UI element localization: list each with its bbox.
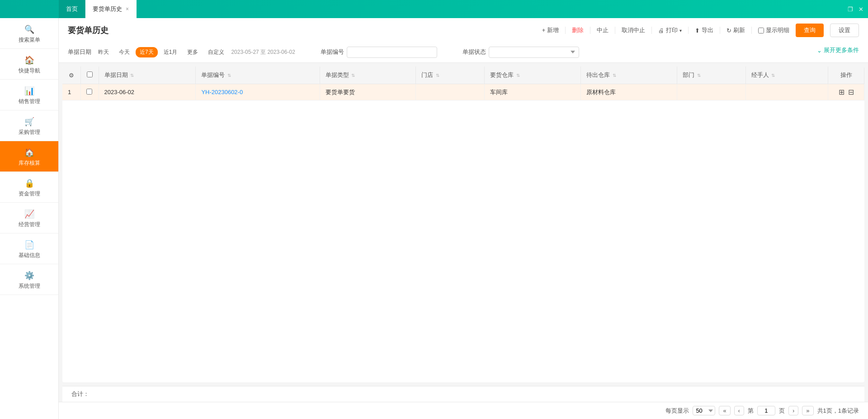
main-layout: 🔍 搜索菜单 🏠 快捷导航 📊 销售管理 🛒 采购管理 🏠 库存核算 🔒 资金管… [0, 18, 868, 419]
tab-requisition-history[interactable]: 要货单历史 × [85, 0, 137, 18]
table-row: 1 2023-06-02 YH-20230602-0 要货单要货 车间库 原材料… [62, 84, 864, 100]
delete-button[interactable]: 删除 [572, 26, 584, 34]
doc-no-link[interactable]: YH-20230602-0 [201, 89, 243, 95]
sidebar-item-search[interactable]: 🔍 搜索菜单 [0, 18, 58, 49]
page-header: 要货单历史 + 新增 删除 中止 取消中止 🖨 打印 ▾ [59, 18, 868, 63]
doc-status-label: 单据状态 [462, 48, 486, 56]
filter-area: 单据日期 昨天 今天 近7天 近1月 更多 自定义 2023-05-27 至 2… [68, 42, 859, 62]
expand-more-btn[interactable]: ⌄ 展开更多条件 [817, 46, 859, 54]
cell-checkbox [80, 84, 99, 100]
date-btn-7days[interactable]: 近7天 [136, 47, 158, 57]
th-doc-date[interactable]: 单据日期 ⇅ [99, 67, 196, 84]
finance-icon: 🔒 [24, 178, 34, 188]
doc-no-filter: 单据编号 [321, 47, 437, 58]
cell-req-warehouse: 车间库 [485, 84, 581, 100]
sidebar-item-sales[interactable]: 📊 销售管理 [0, 80, 58, 110]
th-doc-no[interactable]: 单据编号 ⇅ [196, 67, 320, 84]
setting-button[interactable]: 设置 [830, 24, 859, 37]
edit-op-icon[interactable]: ⊟ [848, 88, 854, 96]
cell-index: 1 [62, 84, 80, 100]
export-button[interactable]: ⬆ 导出 [695, 26, 713, 34]
close-tab-btn[interactable]: × [126, 6, 129, 12]
print-button[interactable]: 🖨 打印 ▾ [658, 26, 682, 34]
select-all-checkbox[interactable] [87, 71, 93, 77]
table-container: ⚙ 单据日期 ⇅ 单据编号 ⇅ 单据类型 [62, 67, 864, 382]
last-page-btn[interactable]: » [802, 406, 813, 415]
display-detail-input[interactable] [758, 28, 764, 33]
sidebar-item-basic-info[interactable]: 📄 基础信息 [0, 233, 58, 264]
cell-handler [745, 84, 828, 100]
date-btn-1month[interactable]: 近1月 [160, 47, 182, 57]
operations-icon: 📈 [24, 209, 34, 219]
cell-pending-warehouse: 原材料仓库 [581, 84, 677, 100]
sidebar-item-shortcuts[interactable]: 🏠 快捷导航 [0, 49, 58, 80]
sort-icon-store: ⇅ [436, 73, 439, 78]
doc-status-select[interactable] [489, 47, 579, 58]
sidebar-item-system[interactable]: ⚙️ 系统管理 [0, 264, 58, 295]
basic-info-icon: 📄 [24, 240, 34, 250]
expand-icon: ⌄ [817, 47, 822, 54]
th-doc-type[interactable]: 单据类型 ⇅ [320, 67, 416, 84]
doc-no-input[interactable] [347, 47, 437, 58]
prev-page-btn[interactable]: ‹ [734, 406, 744, 415]
cell-doc-no: YH-20230602-0 [196, 84, 320, 100]
page-number-input[interactable] [757, 406, 775, 415]
page-size-label: 每页显示 [665, 407, 689, 415]
cell-doc-date: 2023-06-02 [99, 84, 196, 100]
view-op-icon[interactable]: ⊞ [839, 88, 844, 96]
th-req-warehouse[interactable]: 要货仓库 ⇅ [485, 67, 581, 84]
filter-row-1: 单据日期 昨天 今天 近7天 近1月 更多 自定义 2023-05-27 至 2… [68, 46, 859, 58]
sidebar-item-purchase[interactable]: 🛒 采购管理 [0, 110, 58, 141]
date-btn-yesterday[interactable]: 昨天 [94, 47, 113, 57]
first-page-btn[interactable]: « [719, 406, 730, 415]
content-area: 要货单历史 + 新增 删除 中止 取消中止 🖨 打印 ▾ [59, 18, 868, 419]
date-btn-custom[interactable]: 自定义 [204, 47, 228, 57]
th-store[interactable]: 门店 ⇅ [416, 67, 485, 84]
total-info: 共1页，1条记录 [817, 407, 859, 415]
sort-icon-doc-type: ⇅ [351, 73, 355, 78]
data-table: ⚙ 单据日期 ⇅ 单据编号 ⇅ 单据类型 [62, 67, 864, 100]
op-icons: ⊞ ⊟ [834, 88, 859, 96]
inventory-icon: 🏠 [24, 148, 34, 157]
date-range-display: 2023-05-27 至 2023-06-02 [231, 48, 295, 56]
doc-no-label: 单据编号 [321, 48, 344, 56]
home-icon: 🏠 [24, 55, 34, 65]
purchase-icon: 🛒 [24, 117, 34, 127]
cancel-stop-button[interactable]: 取消中止 [622, 26, 645, 34]
system-icon: ⚙️ [24, 271, 34, 281]
sidebar-item-inventory[interactable]: 🏠 库存核算 [0, 141, 58, 172]
sort-icon-date: ⇅ [130, 73, 134, 78]
display-detail-checkbox[interactable]: 显示明细 [758, 26, 789, 34]
sort-icon-pending-warehouse: ⇅ [613, 73, 616, 78]
top-bar-right: ❐ ✕ [848, 6, 863, 13]
window-restore-btn[interactable]: ❐ [848, 6, 853, 13]
th-department[interactable]: 部门 ⇅ [677, 67, 745, 84]
th-settings[interactable]: ⚙ [62, 67, 80, 84]
date-btn-more[interactable]: 更多 [183, 47, 202, 57]
sort-icon-department: ⇅ [697, 73, 701, 78]
page-label: 页 [779, 407, 785, 415]
cell-doc-type: 要货单要货 [320, 84, 416, 100]
tab-home[interactable]: 首页 [59, 0, 85, 18]
th-operation: 操作 [828, 67, 864, 84]
th-pending-warehouse[interactable]: 待出仓库 ⇅ [581, 67, 677, 84]
query-button[interactable]: 查询 [796, 24, 824, 37]
refresh-button[interactable]: ↻ 刷新 [726, 26, 745, 34]
add-button[interactable]: + 新增 [542, 26, 559, 34]
sidebar-item-finance[interactable]: 🔒 资金管理 [0, 172, 58, 203]
th-handler[interactable]: 经手人 ⇅ [745, 67, 828, 84]
top-bar: 首页 要货单历史 × ❐ ✕ [0, 0, 868, 18]
sidebar-item-operations[interactable]: 📈 经营管理 [0, 203, 58, 233]
row-checkbox[interactable] [86, 89, 92, 95]
next-page-btn[interactable]: › [788, 406, 798, 415]
sort-icon-handler: ⇅ [771, 73, 775, 78]
stop-button[interactable]: 中止 [597, 26, 609, 34]
sales-icon: 📊 [24, 86, 34, 96]
page-size-select[interactable]: 10 20 50 100 [693, 406, 715, 415]
doc-status-filter: 单据状态 [462, 47, 579, 58]
refresh-icon: ↻ [726, 27, 731, 34]
date-btn-today[interactable]: 今天 [115, 47, 134, 57]
window-close-btn[interactable]: ✕ [859, 6, 863, 13]
date-filter: 单据日期 昨天 今天 近7天 近1月 更多 自定义 2023-05-27 至 2… [68, 47, 295, 57]
table-header-row: ⚙ 单据日期 ⇅ 单据编号 ⇅ 单据类型 [62, 67, 864, 84]
